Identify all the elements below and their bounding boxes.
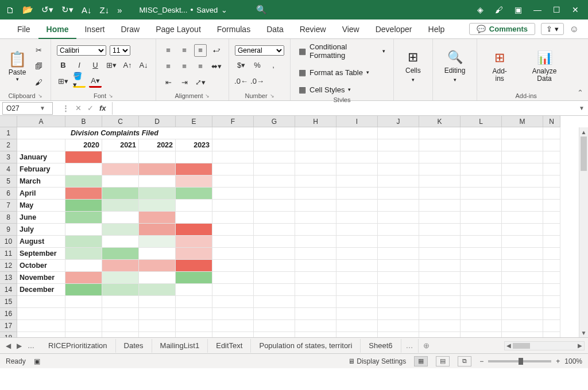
cell-I2[interactable]: [336, 139, 378, 151]
cell-E5[interactable]: [176, 176, 212, 188]
cell-M5[interactable]: [502, 176, 543, 188]
cell-I5[interactable]: [336, 176, 378, 188]
cell-H3[interactable]: [295, 151, 336, 163]
column-header-G[interactable]: G: [254, 116, 295, 127]
cell-F9[interactable]: [212, 224, 254, 236]
formula-expand-icon[interactable]: ▼: [575, 105, 588, 111]
row-header-17[interactable]: 17: [0, 320, 17, 332]
cell-C12[interactable]: [102, 260, 139, 272]
cell-F1[interactable]: [212, 127, 254, 139]
cell-E9[interactable]: [176, 224, 212, 236]
cell-B12[interactable]: [65, 260, 102, 272]
cell-A9[interactable]: July: [17, 224, 65, 236]
macro-recorder-icon[interactable]: ▣: [34, 357, 40, 365]
sheet-tab-edittext[interactable]: EditText: [208, 339, 251, 353]
copy-button[interactable]: 🗐: [32, 60, 45, 73]
number-format-select[interactable]: General: [235, 45, 284, 56]
cell-F11[interactable]: [212, 248, 254, 260]
cell-D3[interactable]: [139, 151, 176, 163]
cell-K1[interactable]: [419, 127, 461, 139]
cell-B6[interactable]: [65, 188, 102, 200]
cell-J18[interactable]: [378, 332, 419, 337]
cell-B10[interactable]: [65, 236, 102, 248]
row-header-14[interactable]: 14: [0, 284, 17, 296]
addins-button[interactable]: ⊞ Add-ins: [483, 50, 516, 83]
cell-I16[interactable]: [336, 308, 378, 320]
cell-H5[interactable]: [295, 176, 336, 188]
collapse-ribbon-button[interactable]: ⌃: [575, 39, 588, 100]
cell-K14[interactable]: [419, 284, 461, 296]
cell-M6[interactable]: [502, 188, 543, 200]
cell-K9[interactable]: [419, 224, 461, 236]
cell-K6[interactable]: [419, 188, 461, 200]
cell-J3[interactable]: [378, 151, 419, 163]
cell-J10[interactable]: [378, 236, 419, 248]
cell-A1[interactable]: Division Complaints Filed: [17, 127, 212, 139]
column-header-A[interactable]: A: [17, 116, 65, 127]
cell-F7[interactable]: [212, 200, 254, 212]
border-button[interactable]: ⊞▾: [105, 59, 118, 72]
align-top-button[interactable]: ≡: [162, 44, 175, 57]
cell-B11[interactable]: [65, 248, 102, 260]
row-header-9[interactable]: 9: [0, 224, 17, 236]
cell-J2[interactable]: [378, 139, 419, 151]
cell-N4[interactable]: [543, 163, 560, 176]
cell-F10[interactable]: [212, 236, 254, 248]
cell-D11[interactable]: [139, 248, 176, 260]
cell-N5[interactable]: [543, 176, 560, 188]
zoom-level[interactable]: 100%: [564, 357, 582, 365]
tab-review[interactable]: Review: [292, 20, 334, 39]
cell-G9[interactable]: [254, 224, 295, 236]
cell-C18[interactable]: [102, 332, 139, 337]
cell-G7[interactable]: [254, 200, 295, 212]
align-center-button[interactable]: ≡: [178, 60, 191, 73]
sort-asc-icon[interactable]: A↓: [82, 5, 92, 15]
row-header-11[interactable]: 11: [0, 248, 17, 260]
cell-B8[interactable]: [65, 212, 102, 224]
cell-H12[interactable]: [295, 260, 336, 272]
cell-M18[interactable]: [502, 332, 543, 337]
cell-N16[interactable]: [543, 308, 560, 320]
cell-H16[interactable]: [295, 308, 336, 320]
cell-M12[interactable]: [502, 260, 543, 272]
cell-B17[interactable]: [65, 320, 102, 332]
column-header-J[interactable]: J: [378, 116, 419, 127]
increase-decimal-button[interactable]: .0←: [235, 75, 247, 88]
cell-styles-button[interactable]: ▦Cell Styles▾: [296, 84, 388, 95]
scroll-down-button[interactable]: ▼: [581, 328, 587, 337]
hscroll-track[interactable]: [513, 342, 576, 350]
sheet-tab-mailinglist1[interactable]: MailingList1: [152, 339, 208, 353]
cell-L14[interactable]: [461, 284, 502, 296]
maximize-button[interactable]: ☐: [553, 5, 560, 14]
cell-N12[interactable]: [543, 260, 560, 272]
row-header-1[interactable]: 1: [0, 127, 17, 139]
cell-H15[interactable]: [295, 296, 336, 308]
cell-D2[interactable]: 2022: [139, 139, 176, 151]
brush-icon[interactable]: 🖌: [495, 5, 503, 14]
page-layout-view-button[interactable]: ▤: [436, 356, 450, 366]
cell-I1[interactable]: [336, 127, 378, 139]
cell-M17[interactable]: [502, 320, 543, 332]
cell-D13[interactable]: [139, 272, 176, 284]
cell-C17[interactable]: [102, 320, 139, 332]
cell-M3[interactable]: [502, 151, 543, 163]
paste-button[interactable]: 📋 Paste ▾: [6, 50, 29, 82]
select-all-button[interactable]: [0, 116, 17, 127]
cut-button[interactable]: ✂: [32, 44, 45, 57]
cell-N9[interactable]: [543, 224, 560, 236]
cell-L5[interactable]: [461, 176, 502, 188]
cell-D16[interactable]: [139, 308, 176, 320]
cell-K7[interactable]: [419, 200, 461, 212]
cell-J1[interactable]: [378, 127, 419, 139]
vertical-scrollbar[interactable]: ▲ ▼: [579, 127, 588, 337]
row-header-6[interactable]: 6: [0, 188, 17, 200]
cell-J7[interactable]: [378, 200, 419, 212]
cell-L3[interactable]: [461, 151, 502, 163]
formula-input[interactable]: [113, 102, 576, 115]
cell-G14[interactable]: [254, 284, 295, 296]
cancel-formula-button[interactable]: ✕: [75, 104, 82, 112]
cell-J11[interactable]: [378, 248, 419, 260]
horizontal-scrollbar[interactable]: ◀ ▶: [504, 341, 585, 350]
cell-G3[interactable]: [254, 151, 295, 163]
font-name-select[interactable]: Calibri: [57, 45, 106, 56]
